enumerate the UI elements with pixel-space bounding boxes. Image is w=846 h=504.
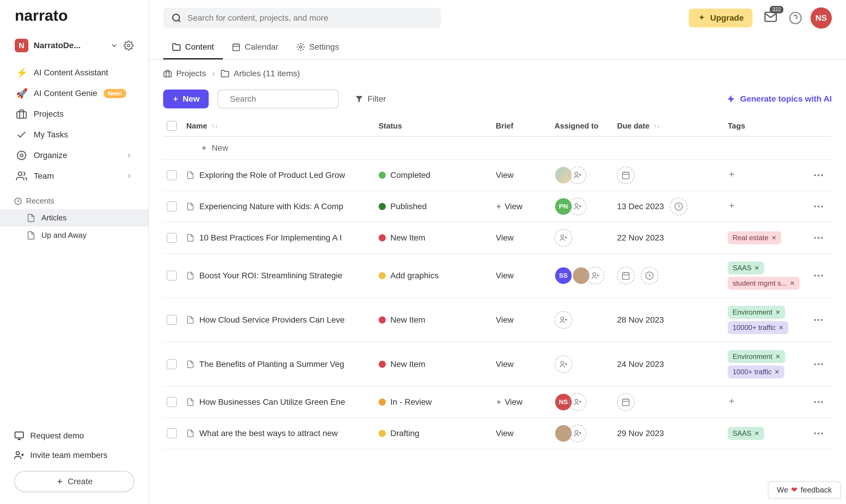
- feedback-widget[interactable]: We ❤ feedback: [768, 481, 841, 499]
- row-menu-button[interactable]: [813, 270, 824, 282]
- add-assignee-button[interactable]: [569, 198, 586, 215]
- crumb-projects[interactable]: Projects: [163, 69, 206, 78]
- status-cell[interactable]: New Item: [378, 233, 489, 242]
- row-checkbox[interactable]: [167, 397, 177, 407]
- table-search-input[interactable]: [230, 94, 336, 104]
- status-cell[interactable]: Add graphics: [378, 271, 489, 281]
- search-input[interactable]: [188, 13, 433, 23]
- clock-icon[interactable]: [640, 267, 658, 285]
- assignee-avatar[interactable]: SS: [554, 267, 572, 285]
- help-icon[interactable]: [789, 11, 802, 25]
- filter-button[interactable]: Filter: [348, 90, 393, 108]
- row-menu-button[interactable]: [813, 396, 824, 408]
- add-assignee-button[interactable]: [554, 355, 572, 373]
- due-date-cell[interactable]: 24 Nov 2023: [617, 360, 721, 369]
- due-date-cell[interactable]: 28 Nov 2023: [617, 315, 721, 325]
- global-search[interactable]: [163, 8, 441, 29]
- item-name[interactable]: How Businesses Can Utilize Green Ene: [186, 397, 371, 407]
- due-date-cell[interactable]: [617, 267, 721, 285]
- row-menu-button[interactable]: [813, 169, 824, 181]
- clock-icon[interactable]: [670, 198, 688, 215]
- add-assignee-button[interactable]: [569, 393, 586, 411]
- item-name[interactable]: Exploring the Role of Product Led Grow: [186, 170, 371, 180]
- row-menu-button[interactable]: [813, 358, 824, 370]
- item-name[interactable]: Experiencing Nature with Kids: A Comp: [186, 202, 371, 211]
- nav-ai-genie[interactable]: 🚀 AI Content Genie New!: [0, 83, 148, 104]
- table-search[interactable]: [217, 90, 339, 108]
- calendar-icon[interactable]: [617, 166, 635, 184]
- due-date-cell[interactable]: 29 Nov 2023: [617, 429, 721, 438]
- item-name[interactable]: How Cloud Service Providers Can Leve: [186, 315, 371, 325]
- nav-my-tasks[interactable]: My Tasks: [0, 124, 148, 145]
- new-button[interactable]: New: [163, 90, 209, 108]
- item-name[interactable]: 10 Best Practices For Implementing A I: [186, 233, 371, 242]
- nav-projects[interactable]: Projects: [0, 104, 148, 124]
- calendar-icon[interactable]: [617, 267, 635, 285]
- row-checkbox[interactable]: [167, 315, 177, 325]
- status-cell[interactable]: New Item: [378, 360, 489, 369]
- row-checkbox[interactable]: [167, 359, 177, 369]
- row-checkbox[interactable]: [167, 428, 177, 438]
- workspace-switcher[interactable]: N NarratoDe...: [0, 36, 148, 59]
- add-tag-button[interactable]: [728, 398, 736, 407]
- tab-calendar[interactable]: Calendar: [223, 36, 287, 59]
- row-checkbox[interactable]: [167, 271, 177, 281]
- nav-ai-assistant[interactable]: ⚡ AI Content Assistant: [0, 62, 148, 83]
- remove-tag-icon[interactable]: ✕: [775, 309, 780, 316]
- status-cell[interactable]: Completed: [378, 170, 489, 180]
- add-tag-button[interactable]: [728, 202, 736, 211]
- crumb-articles[interactable]: Articles (11 items): [221, 69, 300, 78]
- brief-link[interactable]: View: [496, 202, 547, 211]
- nav-team[interactable]: Team: [0, 166, 148, 186]
- tab-settings[interactable]: Settings: [287, 36, 348, 59]
- row-checkbox[interactable]: [167, 201, 177, 212]
- due-date-cell[interactable]: 22 Nov 2023: [617, 233, 721, 242]
- recent-item-up-and-away[interactable]: Up and Away: [0, 227, 148, 244]
- remove-tag-icon[interactable]: ✕: [754, 430, 759, 437]
- remove-tag-icon[interactable]: ✕: [774, 368, 779, 376]
- tab-content[interactable]: Content: [163, 36, 223, 59]
- create-button[interactable]: Create: [14, 471, 134, 492]
- status-cell[interactable]: In - Review: [378, 397, 489, 407]
- row-menu-button[interactable]: [813, 428, 824, 439]
- status-cell[interactable]: New Item: [378, 315, 489, 325]
- notifications-button[interactable]: 322: [761, 7, 780, 29]
- brief-link[interactable]: View: [496, 360, 547, 369]
- calendar-icon[interactable]: [617, 393, 635, 411]
- sort-icon[interactable]: ↑↓: [654, 122, 660, 130]
- item-name[interactable]: The Benefits of Planting a Summer Veg: [186, 360, 371, 369]
- sort-icon[interactable]: ↑↓: [211, 122, 218, 130]
- column-due-date[interactable]: Due date: [617, 122, 649, 130]
- row-checkbox[interactable]: [167, 170, 177, 180]
- status-cell[interactable]: Drafting: [378, 429, 489, 438]
- add-assignee-button[interactable]: [569, 425, 586, 442]
- upgrade-button[interactable]: Upgrade: [689, 8, 753, 28]
- brief-link[interactable]: View: [496, 271, 547, 281]
- brief-link[interactable]: View: [496, 233, 547, 242]
- nav-organize[interactable]: Organize: [0, 145, 148, 166]
- remove-tag-icon[interactable]: ✕: [775, 353, 780, 360]
- user-avatar[interactable]: NS: [811, 7, 832, 29]
- item-name[interactable]: Boost Your ROI: Streamlining Strategie: [186, 271, 371, 281]
- new-row-button[interactable]: New: [186, 143, 828, 153]
- column-brief[interactable]: Brief: [492, 115, 551, 137]
- gear-icon[interactable]: [124, 40, 134, 51]
- generate-ai-link[interactable]: Generate topics with AI: [727, 94, 832, 104]
- due-date-cell[interactable]: [617, 166, 721, 184]
- column-assigned[interactable]: Assigned to: [551, 115, 614, 137]
- add-assignee-button[interactable]: [586, 267, 604, 285]
- status-cell[interactable]: Published: [378, 202, 489, 211]
- row-menu-button[interactable]: [813, 314, 824, 326]
- select-all-checkbox[interactable]: [167, 121, 177, 131]
- row-menu-button[interactable]: [813, 201, 824, 212]
- due-date-cell[interactable]: 13 Dec 2023: [617, 198, 721, 215]
- remove-tag-icon[interactable]: ✕: [772, 234, 777, 241]
- add-assignee-button[interactable]: [569, 166, 586, 184]
- brief-link[interactable]: View: [496, 429, 547, 438]
- invite-members-link[interactable]: Invite team members: [14, 446, 134, 465]
- request-demo-link[interactable]: Request demo: [14, 426, 134, 446]
- remove-tag-icon[interactable]: ✕: [754, 265, 759, 271]
- brief-link[interactable]: View: [496, 397, 547, 407]
- remove-tag-icon[interactable]: ✕: [790, 280, 795, 287]
- chevron-down-icon[interactable]: [110, 41, 118, 50]
